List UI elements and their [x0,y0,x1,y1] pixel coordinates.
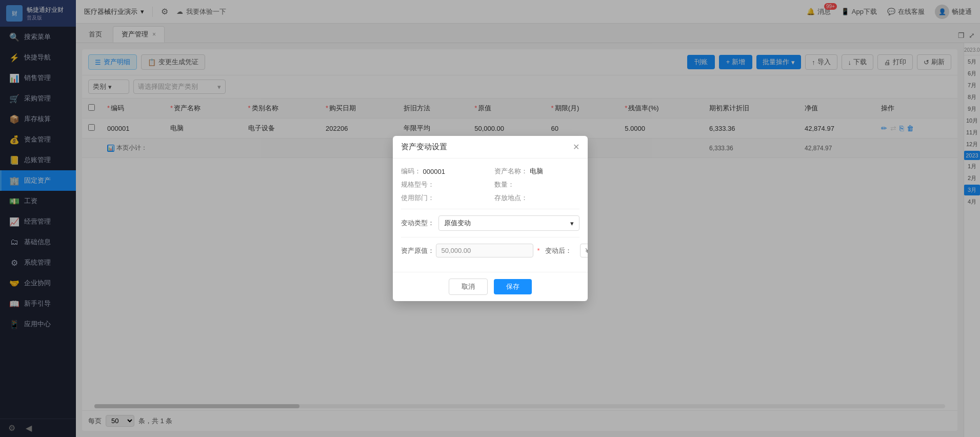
asset-name-label: 资产名称： [494,167,528,176]
modal-asset-name: 资产名称： 电脑 [494,167,579,176]
asset-name-value: 电脑 [530,167,543,176]
cancel-button[interactable]: 取消 [449,279,488,295]
required-star: * [537,247,540,254]
modal-storage: 存放地点： [494,193,579,203]
quantity-label: 数量： [494,180,514,189]
change-type-value: 原值变动 [444,218,471,228]
modal-code: 编码： 000001 [401,167,486,176]
after-change-input[interactable] [580,244,588,257]
storage-label: 存放地点： [494,193,528,203]
modal-info-grid: 编码： 000001 资产名称： 电脑 规格型号： 数量： 使用部门： [401,167,579,203]
change-type-label: 变动类型： [401,218,434,228]
modal-body: 编码： 000001 资产名称： 电脑 规格型号： 数量： 使用部门： [393,158,588,272]
department-label: 使用部门： [401,193,434,203]
modal-header: 资产变动设置 ✕ [393,136,588,158]
chevron-down-icon: ▾ [570,220,574,227]
original-value-label: 资产原值： [401,246,432,255]
change-type-select[interactable]: 原值变动 ▾ [438,215,579,231]
original-value-input [436,244,533,257]
modal-divider [401,209,579,209]
code-value: 000001 [423,168,445,175]
modal-department: 使用部门： [401,193,486,203]
modal-title: 资产变动设置 [401,142,447,152]
modal-quantity: 数量： [494,180,579,189]
modal-spec: 规格型号： [401,180,486,189]
original-value-field: 资产原值： * 变动后： [401,244,579,257]
modal-footer: 取消 保存 [393,272,588,301]
modal-close-button[interactable]: ✕ [573,142,579,152]
modal-divider-2 [401,237,579,237]
after-change-label: 变动后： [545,246,576,255]
save-button[interactable]: 保存 [494,279,532,294]
spec-label: 规格型号： [401,180,434,189]
asset-change-modal: 资产变动设置 ✕ 编码： 000001 资产名称： 电脑 规格型号： 数量： [393,136,588,301]
change-type-field: 变动类型： 原值变动 ▾ [401,215,579,231]
code-label: 编码： [401,167,421,176]
modal-overlay: 资产变动设置 ✕ 编码： 000001 资产名称： 电脑 规格型号： 数量： [0,0,980,437]
